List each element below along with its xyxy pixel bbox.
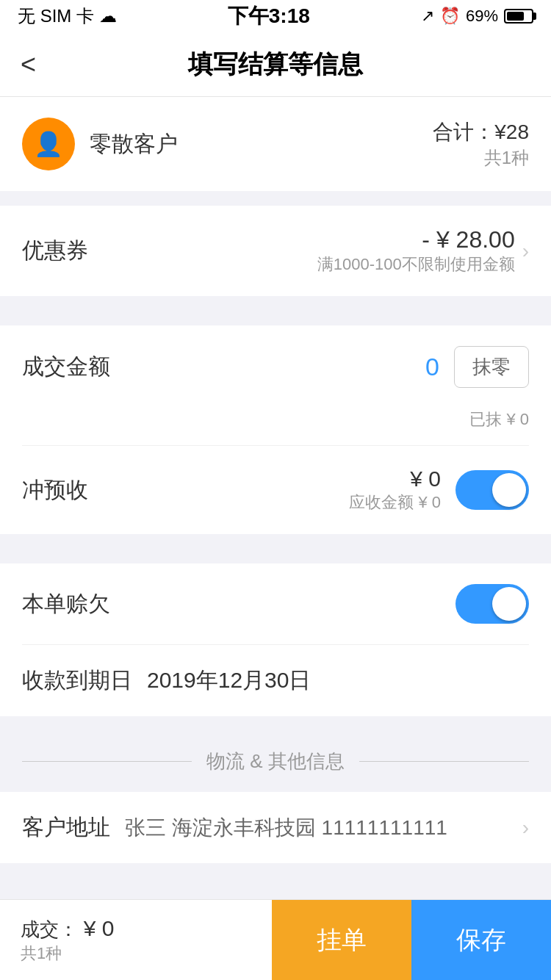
- coupon-right: - ¥ 28.00 满1000-100不限制使用金额 ›: [317, 226, 529, 275]
- status-right: ↗ ⏰ 69%: [421, 7, 533, 26]
- coupon-row[interactable]: 优惠券 - ¥ 28.00 满1000-100不限制使用金额 ›: [0, 206, 551, 296]
- total-amount: 合计：¥28: [433, 118, 529, 146]
- status-left: 无 SIM 卡 ☁: [18, 4, 117, 28]
- address-value: 张三 海淀永丰科技园 11111111111: [125, 814, 522, 842]
- section-gap-2: [0, 549, 551, 563]
- status-bar: 无 SIM 卡 ☁ 下午3:18 ↗ ⏰ 69%: [0, 0, 551, 32]
- credit-toggle[interactable]: [455, 584, 529, 624]
- nav-bar: < 填写结算等信息: [0, 32, 551, 97]
- bottom-count: 共1种: [21, 943, 251, 965]
- hold-label: 挂单: [317, 923, 367, 957]
- bottom-deal-label: 成交：: [21, 918, 78, 940]
- chevron-right-icon-2: ›: [522, 816, 529, 840]
- deal-label: 成交金额: [22, 352, 110, 382]
- duedate-value: 2019年12月30日: [147, 666, 311, 696]
- duedate-row: 收款到期日 2019年12月30日: [0, 645, 551, 716]
- precharge-label: 冲预收: [22, 475, 88, 505]
- customer-total: 合计：¥28 共1种: [433, 118, 529, 170]
- battery-icon: [504, 9, 533, 24]
- coupon-desc: 满1000-100不限制使用金额: [317, 253, 515, 275]
- sim-status: 无 SIM 卡 ☁: [18, 4, 117, 28]
- battery-percent: 69%: [466, 7, 498, 26]
- precharge-sub: 应收金额 ¥ 0: [349, 491, 441, 514]
- customer-left: 👤 零散客户: [22, 118, 178, 170]
- content: 👤 零散客户 合计：¥28 共1种 优惠券 - ¥ 28.00 满1000-10…: [0, 97, 551, 966]
- precharge-amount: ¥ 0: [349, 466, 441, 491]
- bottom-summary: 成交： ¥ 0 共1种: [0, 900, 272, 980]
- address-label: 客户地址: [22, 813, 110, 843]
- coupon-amount: - ¥ 28.00: [317, 226, 515, 253]
- save-label: 保存: [456, 923, 506, 957]
- duedate-label: 收款到期日: [22, 666, 132, 696]
- total-count: 共1种: [433, 146, 529, 170]
- customer-row: 👤 零散客户 合计：¥28 共1种: [0, 97, 551, 191]
- alarm-icon: ⏰: [440, 7, 460, 26]
- save-button[interactable]: 保存: [411, 900, 551, 980]
- deal-amount-value[interactable]: 0: [425, 353, 439, 381]
- location-icon: ↗: [421, 7, 434, 26]
- toggle-knob: [492, 473, 526, 507]
- deal-sub: 已抹 ¥ 0: [0, 408, 551, 445]
- bottom-deal-row: 成交： ¥ 0: [21, 916, 251, 943]
- logistics-label: 物流 & 其他信息: [206, 749, 345, 774]
- coupon-label: 优惠券: [22, 236, 88, 266]
- precharge-toggle[interactable]: [455, 470, 529, 510]
- chevron-right-icon: ›: [522, 239, 529, 263]
- credit-section: 本单赊欠 收款到期日 2019年12月30日: [0, 563, 551, 716]
- precharge-info: ¥ 0 应收金额 ¥ 0: [349, 466, 441, 514]
- address-row[interactable]: 客户地址 张三 海淀永丰科技园 11111111111 ›: [0, 792, 551, 863]
- status-time: 下午3:18: [228, 2, 310, 30]
- customer-section: 👤 零散客户 合计：¥28 共1种: [0, 97, 551, 191]
- bottom-bar: 成交： ¥ 0 共1种 挂单 保存: [0, 899, 551, 980]
- address-section: 客户地址 张三 海淀永丰科技园 11111111111 ›: [0, 792, 551, 863]
- precharge-right: ¥ 0 应收金额 ¥ 0: [349, 466, 529, 514]
- precharge-row: 冲预收 ¥ 0 应收金额 ¥ 0: [0, 446, 551, 534]
- logistics-divider: 物流 & 其他信息: [0, 731, 551, 792]
- round-button[interactable]: 抹零: [454, 346, 529, 388]
- person-icon: 👤: [34, 130, 63, 158]
- page-title: 填写结算等信息: [188, 48, 363, 82]
- deal-amount-section: 成交金额 0 抹零 已抹 ¥ 0 冲预收 ¥ 0 应收金额 ¥ 0: [0, 325, 551, 534]
- credit-label: 本单赊欠: [22, 589, 110, 619]
- hold-button[interactable]: 挂单: [272, 900, 411, 980]
- bottom-deal-amount: ¥ 0: [84, 916, 115, 940]
- avatar: 👤: [22, 118, 75, 170]
- back-button[interactable]: <: [21, 49, 36, 80]
- coupon-info: - ¥ 28.00 满1000-100不限制使用金额: [317, 226, 515, 275]
- toggle-knob-2: [492, 587, 526, 621]
- credit-row: 本单赊欠: [0, 563, 551, 644]
- deal-row: 成交金额 0 抹零: [0, 325, 551, 408]
- section-gap-1: [0, 311, 551, 325]
- coupon-section: 优惠券 - ¥ 28.00 满1000-100不限制使用金额 ›: [0, 206, 551, 296]
- customer-name: 零散客户: [90, 129, 178, 159]
- deal-right: 0 抹零: [425, 346, 529, 388]
